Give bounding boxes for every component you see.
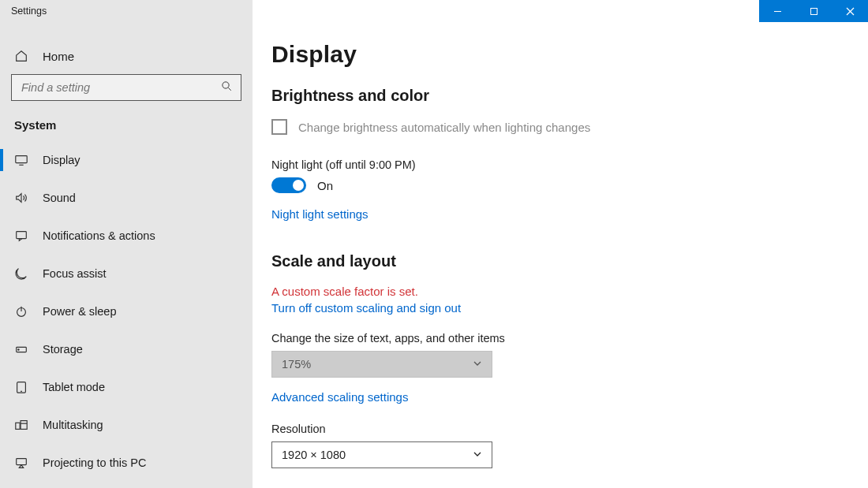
svg-rect-1 [810,8,817,14]
night-light-toggle[interactable] [271,177,306,193]
focus-assist-icon [14,266,28,281]
titlebar-spacer [253,0,759,22]
svg-line-5 [228,88,230,90]
checkbox-icon[interactable] [271,119,287,135]
window-controls [759,0,868,22]
night-light-settings-link[interactable]: Night light settings [271,207,868,221]
search-box[interactable] [11,74,241,101]
night-light-toggle-row: On [271,177,868,193]
sidebar-item-label: Storage [43,343,83,356]
sidebar-item-label: Projecting to this PC [43,456,146,469]
main-content: Display Brightness and color Change brig… [253,22,868,488]
sidebar-item-storage[interactable]: Storage [0,330,253,368]
power-icon [14,304,28,319]
storage-icon [14,342,28,356]
projecting-icon [14,456,28,470]
text-size-dropdown[interactable]: 175% [271,351,492,378]
search-icon [221,80,233,95]
sidebar-item-power-sleep[interactable]: Power & sleep [0,292,253,330]
chevron-down-icon [473,358,482,371]
maximize-button[interactable] [795,0,832,22]
sidebar-item-display[interactable]: Display [0,141,253,179]
resolution-label: Resolution [271,423,868,435]
search-wrap [0,74,253,118]
text-size-label: Change the size of text, apps, and other… [271,332,868,345]
window-body: Home System Display [0,22,868,488]
night-light-label: Night light (off until 9:00 PM) [271,158,868,171]
svg-rect-18 [17,459,27,465]
sidebar-item-label: Multitasking [43,419,103,431]
svg-rect-6 [16,156,27,163]
chevron-down-icon [473,449,482,461]
sidebar-item-label: Focus assist [43,267,107,280]
svg-point-12 [18,349,19,350]
resolution-value: 1920 × 1080 [282,449,346,461]
auto-brightness-label: Change brightness automatically when lig… [298,121,590,134]
minimize-button[interactable] [759,0,795,22]
close-button[interactable] [832,0,868,22]
sidebar-item-label: Display [43,154,80,166]
sidebar-item-label: Tablet mode [43,381,105,393]
sound-icon [14,191,28,205]
sidebar-nav: Display Sound Notifications & actions [0,141,253,482]
scale-heading: Scale and layout [271,252,868,270]
custom-scale-warning: A custom scale factor is set. [271,285,868,298]
svg-rect-15 [16,423,20,429]
sidebar-item-label: Power & sleep [43,305,117,318]
sidebar-section-header: System [0,118,253,141]
auto-brightness-row[interactable]: Change brightness automatically when lig… [271,119,868,135]
notifications-icon [14,229,28,243]
advanced-scaling-link[interactable]: Advanced scaling settings [271,390,868,404]
home-icon [14,49,28,63]
night-light-state: On [317,179,333,192]
svg-rect-16 [21,421,27,430]
toggle-knob-icon [293,180,304,191]
sidebar-item-label: Notifications & actions [43,229,155,242]
multitasking-icon [14,418,28,432]
maximize-icon [810,7,818,16]
sidebar-item-multitasking[interactable]: Multitasking [0,406,253,444]
turn-off-custom-scaling-link[interactable]: Turn off custom scaling and sign out [271,301,868,315]
close-icon [846,7,855,16]
svg-rect-8 [17,232,27,239]
sidebar-item-focus-assist[interactable]: Focus assist [0,255,253,292]
home-link[interactable]: Home [0,44,253,74]
search-input[interactable] [20,80,221,95]
sidebar-item-projecting[interactable]: Projecting to this PC [0,444,253,482]
sidebar: Home System Display [0,22,253,488]
titlebar: Settings [0,0,868,22]
brightness-heading: Brightness and color [271,87,868,105]
svg-point-4 [223,81,229,88]
window-title: Settings [0,0,253,22]
display-icon [14,153,28,167]
text-size-value: 175% [282,358,311,371]
resolution-dropdown[interactable]: 1920 × 1080 [271,441,492,468]
minimize-icon [773,7,782,16]
page-title: Display [271,41,868,68]
sidebar-item-tablet-mode[interactable]: Tablet mode [0,368,253,406]
sidebar-item-sound[interactable]: Sound [0,179,253,217]
sidebar-item-label: Sound [43,192,76,204]
home-label: Home [43,50,74,63]
sidebar-item-notifications[interactable]: Notifications & actions [0,217,253,255]
tablet-icon [14,380,28,394]
settings-window: Settings Home [0,0,868,488]
